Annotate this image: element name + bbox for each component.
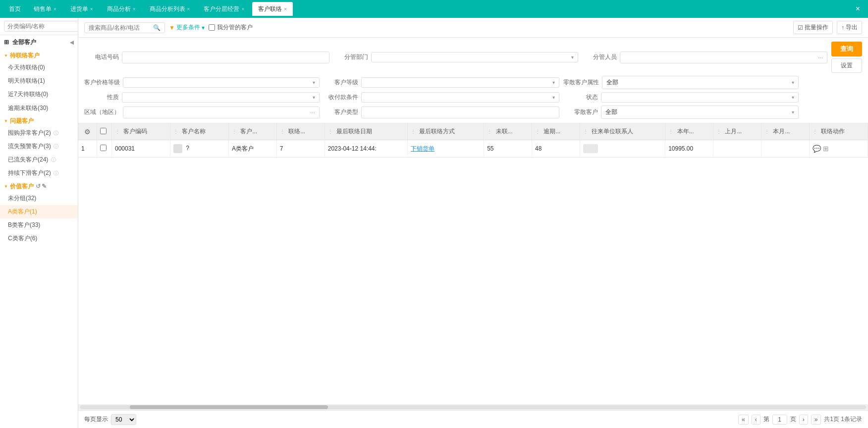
nav-tab-customersegment[interactable]: 客户分层经营 × <box>198 2 250 16</box>
filter-row-4: 区域（地区） ··· 客户类型 零散客户 全部 ▾ <box>84 106 862 119</box>
dots-icon1: ··· <box>818 54 823 61</box>
column-settings-icon[interactable]: ⚙ <box>81 127 94 137</box>
filter-search-icon[interactable]: 🔍 <box>153 24 161 31</box>
setting-button[interactable]: 设置 <box>831 58 862 73</box>
sparseattr-select[interactable]: 全部 ▾ <box>602 76 799 89</box>
chat-icon[interactable]: 💬 <box>813 145 821 153</box>
sidebar-item-losswarning[interactable]: 流失预警客户(3) ⓘ <box>0 140 78 153</box>
manager-select[interactable]: ··· <box>620 52 827 63</box>
info-icon4[interactable]: ⓘ <box>54 170 58 176</box>
nav-tab-productanalysislist[interactable]: 商品分析列表 × <box>144 2 196 16</box>
close-productanalysis-icon[interactable]: × <box>133 6 136 12</box>
region-select[interactable]: ··· <box>123 107 320 118</box>
current-page-input[interactable]: 1 <box>772 415 787 425</box>
sidebar-item-tomorrow[interactable]: 明天待联络(1) <box>0 74 78 88</box>
query-button[interactable]: 查询 <box>831 42 862 56</box>
window-close-button[interactable]: × <box>852 2 864 15</box>
sidebar-item-lost[interactable]: 已流失客户(24) ⓘ <box>0 153 78 166</box>
more-filters-button[interactable]: ▼ 更多条件 ▾ <box>169 23 205 32</box>
content-area: 🔍 ▼ 更多条件 ▾ 我分管的客户 ☑ 批量操作 ↑ 导出 <box>78 18 868 428</box>
sidebar-search-input[interactable] <box>4 21 78 32</box>
row-index: 1 <box>78 140 97 158</box>
nav-tab-customercontact[interactable]: 客户联络 × <box>252 2 293 16</box>
sidebar-group-pending[interactable]: ▼ 待联络客户 <box>0 50 78 61</box>
row-checkbox-cell <box>97 140 112 158</box>
sidebar-group-value[interactable]: ▼ 价值客户 ↺ ✎ <box>0 180 78 192</box>
sidebar-all-customers[interactable]: ⊞ 全部客户 ◀ <box>0 35 78 50</box>
sidebar-item-abnormal[interactable]: 囤购异常客户(2) ⓘ <box>0 126 78 140</box>
payterm-select[interactable]: ▾ <box>361 92 559 103</box>
sidebar-item-c-class[interactable]: C类客户(6) <box>0 232 78 245</box>
horizontal-scrollbar[interactable] <box>78 404 868 410</box>
export-button[interactable]: ↑ 导出 <box>837 21 862 34</box>
close-customersegment-icon[interactable]: × <box>241 6 244 12</box>
customerlevel-select[interactable]: ▾ <box>361 77 559 88</box>
my-customers-check-input[interactable] <box>209 24 215 31</box>
sidebar-search-area: 🔍 <box>0 18 78 35</box>
nav-home[interactable]: 首页 <box>4 3 26 15</box>
info-icon2[interactable]: ⓘ <box>54 144 58 149</box>
nav-tab-salesorder[interactable]: 销售单 × <box>28 2 62 16</box>
nature-select[interactable]: ▾ <box>122 92 320 103</box>
next-page-button[interactable]: › <box>799 415 808 425</box>
sidebar-item-declining[interactable]: 持续下滑客户(2) ⓘ <box>0 166 78 180</box>
status-select[interactable]: ▾ <box>601 92 799 103</box>
info-icon3[interactable]: ⓘ <box>51 157 56 162</box>
sidebar-item-a-class[interactable]: A类客户(1) <box>0 205 78 218</box>
chevron-down-icon: ▾ <box>202 24 205 31</box>
nav-tab-productanalysis[interactable]: 商品分析 × <box>101 2 142 16</box>
filter-field-customerlevel: 客户等级 ▾ <box>324 77 559 88</box>
more-action-icon[interactable]: ⊞ <box>823 145 829 153</box>
sidebar-item-ungrouped[interactable]: 未分组(32) <box>0 192 78 205</box>
export-icon: ↑ <box>841 24 844 31</box>
select-all-checkbox[interactable] <box>100 128 107 134</box>
sparse-select[interactable]: 全部 ▾ <box>601 106 799 119</box>
edit-icon[interactable]: ✎ <box>42 183 47 190</box>
filter-search-input[interactable] <box>89 24 153 31</box>
sidebar-item-today[interactable]: 今天待联络(0) <box>0 61 78 74</box>
row-lastcontactdate: 2023-04-12 14:44: <box>325 140 407 158</box>
info-icon1[interactable]: ⓘ <box>54 130 58 136</box>
filter-panel: 电话号码 分管部门 ▾ 分管人员 ··· <box>78 38 868 123</box>
close-salesorder-icon[interactable]: × <box>54 6 56 12</box>
customerlevel-label: 客户等级 <box>324 78 358 87</box>
triangle-icon: ▼ <box>4 54 8 58</box>
last-page-button[interactable]: » <box>811 415 821 425</box>
page-size-select[interactable]: 50 100 200 <box>111 414 136 425</box>
sidebar-item-b-class[interactable]: B类客户(33) <box>0 218 78 232</box>
sidebar-item-7days[interactable]: 近7天待联络(0) <box>0 88 78 101</box>
first-page-button[interactable]: « <box>738 415 749 425</box>
close-purchaseorder-icon[interactable]: × <box>90 6 93 12</box>
region-label: 区域（地区） <box>84 108 120 116</box>
filter-field-department: 分管部门 ▾ <box>333 52 579 62</box>
my-customers-checkbox[interactable]: 我分管的客户 <box>209 23 253 32</box>
chev-icon8: ▾ <box>792 109 794 115</box>
sidebar-item-overdue[interactable]: 逾期未联络(30) <box>0 102 78 115</box>
top-nav: 首页 销售单 × 进货单 × 商品分析 × 商品分析列表 × 客户分层经营 × … <box>0 0 868 18</box>
sidebar: 🔍 ⊞ 全部客户 ◀ ▼ 待联络客户 今天待联络(0) 明天待联络(1) 近7天… <box>0 18 78 428</box>
th-action: ⋮ 联络动作 <box>809 123 868 140</box>
row-contacts <box>580 140 665 158</box>
table-row: 1 000031 ? A类客户 7 2023-04-12 14:44: <box>78 140 868 158</box>
filter-field-payterm: 收付款条件 ▾ <box>324 92 559 103</box>
th-lastcontactdate: ⋮ 最后联络日期 <box>325 123 407 140</box>
pricelevel-label: 客户价格等级 <box>84 78 120 87</box>
department-select[interactable]: ▾ <box>371 52 579 62</box>
customertype-input[interactable] <box>361 107 559 118</box>
pricelevel-select[interactable]: ▾ <box>123 77 320 88</box>
close-productanalysislist-icon[interactable]: × <box>187 6 190 12</box>
nav-tab-purchaseorder[interactable]: 进货单 × <box>64 2 99 16</box>
batch-operation-button[interactable]: ☑ 批量操作 <box>793 21 833 34</box>
phone-input[interactable] <box>122 52 329 63</box>
refresh-icon[interactable]: ↺ <box>36 183 41 190</box>
contact-method-link[interactable]: 下销货单 <box>411 145 434 152</box>
scrollbar-thumb[interactable] <box>130 405 328 409</box>
filter-icon: ▼ <box>169 24 175 31</box>
prev-page-button[interactable]: ‹ <box>752 415 760 425</box>
customertype-label: 客户类型 <box>324 108 358 116</box>
row-overdue: 48 <box>532 140 580 158</box>
close-customercontact-icon[interactable]: × <box>284 6 287 12</box>
collapse-icon[interactable]: ◀ <box>70 40 74 45</box>
row-checkbox[interactable] <box>100 145 107 151</box>
sidebar-group-problem[interactable]: ▼ 问题客户 <box>0 115 78 126</box>
